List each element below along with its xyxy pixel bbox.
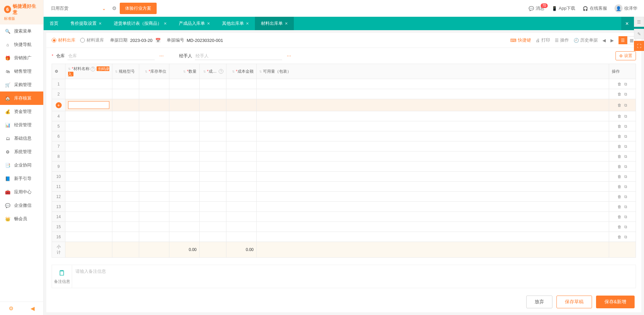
cell-amount[interactable] [226, 162, 257, 172]
table-row[interactable]: 16🗑⧉ [52, 232, 636, 242]
close-all-tabs-button[interactable]: ✕ [621, 17, 633, 30]
cell-qty[interactable] [169, 131, 200, 141]
cell-material[interactable] [65, 192, 112, 202]
cell-unit[interactable] [139, 212, 169, 222]
sidebar-item-1[interactable]: ⌂快捷导航 [0, 38, 43, 51]
cell-cost[interactable] [200, 111, 226, 121]
delete-icon[interactable]: 🗑 [618, 134, 622, 139]
delete-icon[interactable]: 🗑 [618, 154, 622, 159]
sidebar-item-0[interactable]: 🔍搜索菜单 [0, 24, 43, 38]
cell-material[interactable] [65, 99, 112, 111]
table-row[interactable]: 13🗑⧉ [52, 202, 636, 212]
table-row[interactable]: 5🗑⧉ [52, 121, 636, 131]
handler-picker-icon[interactable]: ⋯ [285, 53, 293, 58]
user-menu[interactable]: 👤 徐泽华 [612, 4, 639, 12]
sidebar-item-4[interactable]: 🛒采购管理 [0, 78, 43, 91]
cell-available[interactable] [257, 232, 609, 242]
cell-amount[interactable] [226, 141, 257, 151]
cell-unit[interactable] [139, 131, 169, 141]
cell-amount[interactable] [226, 121, 257, 131]
cell-available[interactable] [257, 202, 609, 212]
close-icon[interactable]: ✕ [164, 21, 167, 26]
cell-cost[interactable] [200, 131, 226, 141]
delete-icon[interactable]: 🗑 [618, 103, 622, 108]
rail-btn-2[interactable]: ✎ [634, 29, 644, 39]
copy-icon[interactable]: ⧉ [624, 184, 627, 189]
cell-available[interactable] [257, 121, 609, 131]
cell-unit[interactable] [139, 202, 169, 212]
copy-icon[interactable]: ⧉ [624, 235, 627, 239]
tab-2[interactable]: 进货单统计表（按商品）✕ [108, 17, 173, 30]
tab-1[interactable]: 售价提取设置✕ [64, 17, 108, 30]
cell-qty[interactable] [169, 212, 200, 222]
cell-available[interactable] [257, 212, 609, 222]
cell-spec[interactable] [112, 222, 139, 232]
table-row[interactable]: 6🗑⧉ [52, 131, 636, 141]
help-icon[interactable]: ? [219, 69, 223, 74]
sidebar-item-14[interactable]: 👑畅会员 [0, 212, 43, 226]
discard-button[interactable]: 放弃 [526, 296, 552, 308]
cell-material[interactable] [65, 232, 112, 242]
cell-available[interactable] [257, 79, 609, 89]
save-draft-button[interactable]: 保存草稿 [556, 296, 592, 308]
cell-amount[interactable] [226, 202, 257, 212]
cell-cost[interactable] [200, 141, 226, 151]
cell-amount[interactable] [226, 172, 257, 182]
cell-spec[interactable] [112, 141, 139, 151]
gear-icon[interactable]: ⚙ [112, 5, 116, 11]
doc-date-value[interactable]: 2023-03-20 [130, 38, 153, 43]
cell-available[interactable] [257, 131, 609, 141]
delete-icon[interactable]: 🗑 [618, 225, 622, 229]
cell-unit[interactable] [139, 232, 169, 242]
delete-icon[interactable]: 🗑 [618, 164, 622, 169]
warehouse-picker-icon[interactable]: ⋯ [157, 53, 166, 58]
cell-material[interactable] [65, 131, 112, 141]
radio-out[interactable]: 材料出库 [52, 37, 75, 43]
remarks-input[interactable] [72, 265, 636, 288]
cell-cost[interactable] [200, 89, 226, 99]
cell-amount[interactable] [226, 151, 257, 162]
header-available[interactable]: ⇅可用量（包装） [257, 64, 609, 79]
cell-amount[interactable] [226, 111, 257, 121]
cell-qty[interactable] [169, 89, 200, 99]
cell-material[interactable] [65, 151, 112, 162]
table-row[interactable]: +🗑⧉ [52, 99, 636, 111]
cell-cost[interactable] [200, 202, 226, 212]
copy-icon[interactable]: ⧉ [624, 214, 627, 219]
tab-5[interactable]: 材料出库单✕ [255, 17, 294, 30]
cell-qty[interactable] [169, 182, 200, 192]
cell-qty[interactable] [169, 141, 200, 151]
store-selector[interactable]: 日用百货 ⌄ [48, 4, 109, 13]
cell-qty[interactable] [169, 121, 200, 131]
sidebar-item-7[interactable]: 📊经营管理 [0, 118, 43, 132]
cell-amount[interactable] [226, 99, 257, 111]
rail-btn-3[interactable]: ⛶ [634, 41, 644, 51]
cell-spec[interactable] [112, 99, 139, 111]
cell-cost[interactable] [200, 222, 226, 232]
cell-qty[interactable] [169, 232, 200, 242]
next-button[interactable]: ▶ [610, 38, 614, 43]
cell-spec[interactable] [112, 89, 139, 99]
cell-spec[interactable] [112, 172, 139, 182]
sidebar-item-5[interactable]: 🏠库存核算 [0, 91, 43, 105]
cell-available[interactable] [257, 151, 609, 162]
copy-icon[interactable]: ⧉ [624, 92, 627, 97]
cell-qty[interactable] [169, 192, 200, 202]
cell-material[interactable] [65, 202, 112, 212]
table-row[interactable]: 4🗑⧉ [52, 111, 636, 121]
cell-spec[interactable] [112, 162, 139, 172]
cell-available[interactable] [257, 89, 609, 99]
cell-spec[interactable] [112, 212, 139, 222]
cell-cost[interactable] [200, 151, 226, 162]
sidebar-item-8[interactable]: 🗂基础信息 [0, 132, 43, 145]
collapse-icon[interactable]: ◀ [31, 305, 35, 312]
cell-amount[interactable] [226, 212, 257, 222]
cell-unit[interactable] [139, 172, 169, 182]
table-row[interactable]: 12🗑⧉ [52, 192, 636, 202]
sidebar-item-13[interactable]: 💬企业微信 [0, 199, 43, 212]
copy-icon[interactable]: ⧉ [624, 124, 627, 129]
cell-material[interactable] [65, 212, 112, 222]
header-amount[interactable]: ⇅*成本金额 [226, 64, 257, 79]
calendar-icon[interactable]: 📅 [155, 38, 161, 43]
copy-icon[interactable]: ⧉ [624, 103, 627, 108]
